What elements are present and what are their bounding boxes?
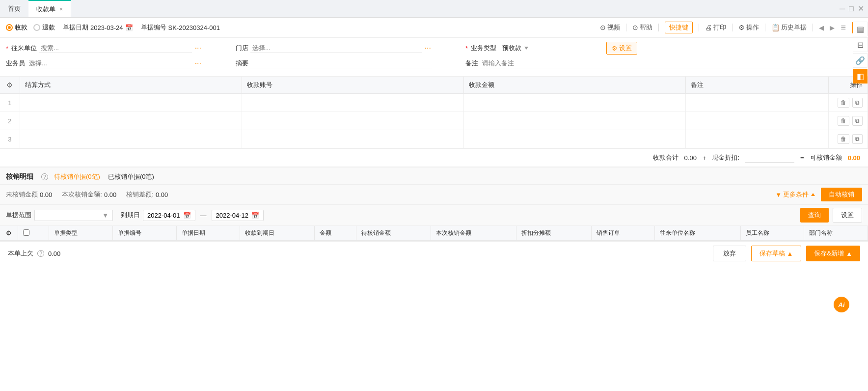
salesperson-label: 业务员 [6,59,25,68]
table-row: 1 🗑 ⧉ [0,94,868,112]
settings-gear-icon: ⚙ [612,45,618,52]
save-draft-btn[interactable]: 保存草稿 ▲ [751,246,802,261]
tab-close-icon[interactable]: × [59,6,63,13]
video-label: 视频 [607,23,620,32]
row2-copy-btn[interactable]: ⧉ [852,116,863,126]
sub-th-checkbox[interactable] [18,226,49,241]
main-content: 收款 退款 单据日期 2023-03-24 📅 单据编号 SK-20230324… [0,18,868,391]
total-value: 0.00 [684,154,697,162]
sub-table-header-row: ⚙ 单据类型 单据编号 单据日期 收款到期日 金额 待核销金额 本次核销金额 折… [0,226,868,241]
ai-badge[interactable]: Ai [834,297,849,312]
bottom-bar: 本单上欠 ? 0.00 放弃 保存草稿 ▲ 保存&新增 ▲ [0,241,868,265]
due-label: 到期日 [121,211,140,220]
sub-th-employee: 员工名称 [740,226,804,241]
operation-btn[interactable]: ⚙ 操作 [738,23,759,32]
row2-payment[interactable] [20,112,242,130]
range-select[interactable]: ▼ [34,210,113,221]
row3-payment[interactable] [20,130,242,148]
row1-payment[interactable] [20,94,242,112]
row1-delete-btn[interactable]: 🗑 [838,98,849,108]
nav-right-icon[interactable]: ▶ [830,24,835,31]
print-btn[interactable]: 🖨 打印 [705,23,726,32]
divider3 [699,24,699,31]
filter-setting-btn[interactable]: 设置 [833,208,862,223]
top-toolbar: 收款 退款 单据日期 2023-03-24 📅 单据编号 SK-20230324… [0,18,868,38]
btype-dropdown-icon[interactable] [524,47,528,50]
salesperson-input[interactable] [27,58,192,68]
save-draft-label: 保存草稿 [760,249,785,258]
radio-refund-dot [33,24,40,31]
diff-label: 核销差额: [126,190,154,199]
nav-left-icon[interactable]: ◀ [819,24,824,31]
info-question-icon[interactable]: ? [37,250,44,257]
row2-amount[interactable] [463,112,685,130]
current-stat: 本次核销金额: 0.00 [62,190,116,199]
settings-top-btn[interactable]: ⚙ 设置 [606,42,637,55]
th-settings[interactable]: ⚙ [0,77,20,94]
salesperson-more-btn[interactable]: ··· [194,59,202,68]
row2-delete-btn[interactable]: 🗑 [838,116,849,126]
pending-tab[interactable]: 待核销单据(0笔) [54,172,100,181]
customer-input[interactable] [39,43,192,53]
row1-amount[interactable] [463,94,685,112]
radio-refund[interactable]: 退款 [33,23,55,32]
video-icon: ⊙ [600,24,606,31]
remark-input[interactable] [480,58,862,68]
save-new-btn[interactable]: 保存&新增 ▲ [806,246,860,261]
date-label: 单据日期 [63,23,88,32]
row1-account[interactable] [242,94,463,112]
side-panel: ▤ ⊟ 🔗 ◧ [852,18,868,84]
sub-th-settings[interactable]: ⚙ [0,226,18,241]
number-label: 单据编号 [141,23,166,32]
auto-hexiao-btn[interactable]: 自动核销 [821,188,862,201]
help-btn[interactable]: ⊙ 帮助 [632,23,652,32]
select-all-checkbox[interactable] [23,229,29,236]
row3-remark[interactable] [685,130,828,148]
tab-home[interactable]: 首页 [0,0,28,17]
window-restore-icon[interactable]: □ [849,4,854,13]
memo-label: 摘要 [236,59,248,68]
side-icon-2[interactable]: ⊟ [853,37,868,52]
more-cond-arrow [811,193,815,196]
history-btn[interactable]: 📋 历史单据 [771,23,807,32]
range-field: 单据范围 ▼ [6,210,113,221]
side-icon-attachment[interactable]: 🔗 [853,53,868,68]
abandon-btn[interactable]: 放弃 [713,246,746,261]
side-icon-4[interactable]: ◧ [853,69,868,84]
calendar-icon[interactable]: 📅 [125,24,133,31]
row3-copy-btn[interactable]: ⧉ [852,134,863,144]
memo-input[interactable] [250,58,432,68]
discount-input[interactable] [745,153,794,163]
window-minimize-icon[interactable]: ─ [840,4,845,13]
tab-receipt[interactable]: 收款单 × [28,0,71,17]
store-more-btn[interactable]: ··· [424,44,432,53]
shortcut-btn[interactable]: 快捷键 [665,22,693,33]
customer-more-btn[interactable]: ··· [194,44,202,53]
row1-copy-btn[interactable]: ⧉ [852,98,863,108]
more-conditions-btn[interactable]: ▼ 更多条件 [775,190,815,199]
query-btn[interactable]: 查询 [800,208,829,223]
row3-delete-btn[interactable]: 🗑 [838,134,849,144]
row3-account[interactable] [242,130,463,148]
side-icon-1[interactable]: ▤ [853,22,868,36]
customer-label: 往来单位 [11,44,37,53]
sub-th-type: 单据类型 [49,226,113,241]
done-tab[interactable]: 已核销单据(0笔) [108,172,154,181]
table-gear-icon[interactable]: ⚙ [6,81,13,89]
row2-account[interactable] [242,112,463,130]
video-btn[interactable]: ⊙ 视频 [600,23,620,32]
row2-remark[interactable] [685,112,828,130]
number-field: 单据编号 SK-20230324-001 [141,23,220,32]
date-to-picker[interactable]: 2022-04-12 📅 [212,210,264,221]
list-view-icon[interactable]: ≡ [841,23,846,33]
info-label: 本单上欠 [8,249,33,258]
radio-receipt[interactable]: 收款 [6,23,27,32]
row1-remark[interactable] [685,94,828,112]
store-input[interactable] [250,43,422,53]
row3-amount[interactable] [463,130,685,148]
hexiao-info-icon[interactable]: ? [41,173,48,180]
sub-th-due: 收款到期日 [240,226,315,241]
date-from-picker[interactable]: 2022-04-01 📅 [143,210,195,221]
window-close-icon[interactable]: ✕ [858,4,864,13]
hexiao-stats-row: 未核销金额 0.00 本次核销金额: 0.00 核销差额: 0.00 ▼ 更多条… [0,185,868,205]
